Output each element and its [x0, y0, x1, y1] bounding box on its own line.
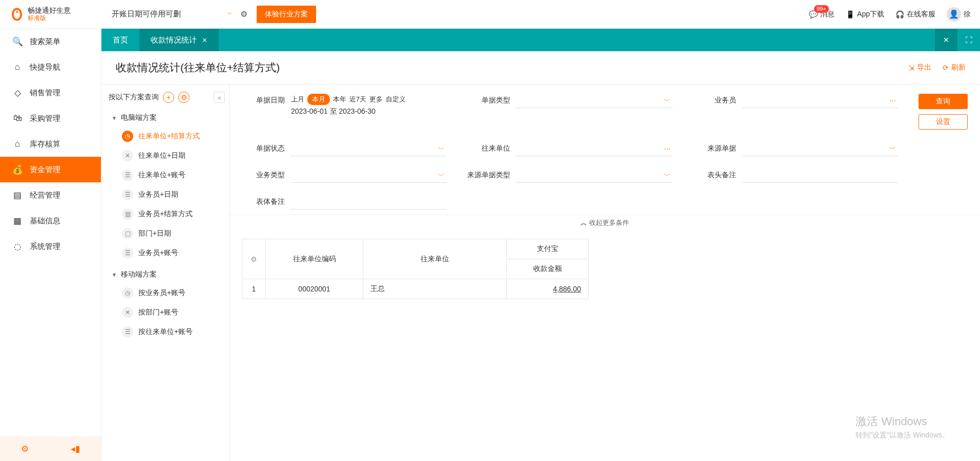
fullscreen-button[interactable]: ⛶: [957, 29, 980, 51]
footer-collapse-icon[interactable]: ◂▮: [71, 444, 80, 454]
header-remark-input[interactable]: [742, 169, 898, 183]
settings-icon[interactable]: ⚙: [240, 9, 247, 19]
scheme-settings-button[interactable]: ⚙: [178, 92, 190, 103]
scheme-item-icon: ☰: [122, 189, 133, 200]
tab-1[interactable]: 收款情况统计✕: [139, 29, 219, 51]
scheme-item-1-0[interactable]: ◷按业务员+账号: [109, 283, 225, 303]
doc-status-select[interactable]: ﹀: [291, 142, 447, 156]
scheme-item-1-2[interactable]: ☰按往来单位+账号: [109, 322, 225, 342]
date-opt[interactable]: 本月: [307, 94, 330, 105]
source-doc-select[interactable]: ﹀: [742, 142, 898, 156]
sidebar: 🔍搜索菜单⌂快捷导航◇销售管理🛍采购管理⌂库存核算💰资金管理▤经营管理▦基础信息…: [0, 29, 101, 461]
messages-badge: 99+: [814, 5, 829, 13]
refresh-button[interactable]: ⟳刷新: [943, 63, 966, 72]
caret-down-icon: ▼: [112, 115, 117, 121]
source-doc-type-select[interactable]: ﹀: [516, 169, 672, 183]
scheme-item-icon: ✕: [122, 307, 133, 318]
date-opt[interactable]: 上月: [291, 95, 304, 104]
amount-cell[interactable]: 4,886.00: [507, 279, 589, 299]
sidebar-icon: 🔍: [12, 36, 23, 47]
support-link[interactable]: 🎧 在线客服: [895, 10, 935, 19]
scheme-group-1[interactable]: ▼移动端方案: [109, 266, 225, 283]
date-opt[interactable]: 更多: [369, 95, 383, 104]
sidebar-label: 资金管理: [30, 165, 60, 175]
scheme-item-icon: ◷: [122, 131, 133, 142]
scheme-item-0-5[interactable]: ▢部门+日期: [109, 224, 225, 243]
scheme-item-0-2[interactable]: ☰往来单位+账号: [109, 165, 225, 185]
date-opt[interactable]: 本年: [333, 95, 346, 104]
sidebar-item-3[interactable]: 🛍采购管理: [0, 106, 101, 131]
salesman-select[interactable]: ⋯: [742, 94, 898, 108]
scheme-item-icon: ▥: [122, 208, 133, 220]
col-code: 往来单位编码: [266, 239, 363, 279]
caret-down-icon: ▼: [112, 272, 117, 278]
table-row[interactable]: 100020001王总4,886.00: [242, 279, 589, 299]
page-title: 收款情况统计(往来单位+结算方式): [116, 60, 280, 75]
export-button[interactable]: ⇲导出: [908, 63, 931, 72]
account-title: 开账日期可停用可删: [112, 9, 181, 19]
sidebar-icon: 🛍: [12, 113, 23, 123]
sidebar-item-8[interactable]: ◌系统管理: [0, 234, 101, 259]
headset-icon: 🎧: [895, 10, 904, 18]
biz-type-select[interactable]: ﹀: [291, 169, 447, 183]
sidebar-label: 基础信息: [30, 216, 60, 226]
scheme-item-icon: ✕: [122, 150, 133, 161]
scheme-item-icon: ☰: [122, 247, 133, 259]
query-button[interactable]: 查询: [919, 94, 968, 109]
sidebar-item-5[interactable]: 💰资金管理: [0, 157, 101, 182]
avatar-icon: 👤: [947, 7, 961, 22]
col-paygroup: 支付宝: [507, 239, 589, 259]
sidebar-item-7[interactable]: ▦基础信息: [0, 208, 101, 234]
doc-type-select[interactable]: ﹀: [516, 94, 672, 108]
scheme-item-1-1[interactable]: ✕按部门+账号: [109, 303, 225, 322]
scheme-item-0-6[interactable]: ☰业务员+账号: [109, 243, 225, 263]
collapse-conditions-button[interactable]: ︽ 收起更多条件: [230, 215, 980, 230]
logo-icon: [9, 7, 25, 22]
industry-scheme-button[interactable]: 体验行业方案: [257, 6, 316, 23]
account-dropdown[interactable]: 开账日期可停用可删 ﹀: [112, 9, 233, 19]
user-menu[interactable]: 👤 徐: [947, 7, 971, 22]
messages-link[interactable]: 💬 消息 99+: [809, 10, 835, 19]
col-amount: 收款金额: [507, 259, 589, 279]
scheme-group-0[interactable]: ▼电脑端方案: [109, 109, 225, 127]
brand-logo: 畅捷通好生意 标准版: [9, 7, 101, 22]
export-icon: ⇲: [908, 64, 914, 72]
svg-point-0: [16, 11, 18, 13]
result-table: ⚙ 往来单位编码 往来单位 支付宝 收款金额 100020001王总4,886.…: [242, 239, 589, 299]
tab-close-icon[interactable]: ✕: [202, 36, 207, 44]
add-scheme-button[interactable]: +: [163, 92, 174, 103]
app-download-link[interactable]: 📱 App下载: [846, 10, 884, 19]
sidebar-label: 系统管理: [30, 242, 60, 252]
sidebar-label: 库存核算: [30, 139, 60, 149]
brand-edition: 标准版: [28, 15, 71, 22]
sidebar-icon: ▦: [12, 216, 23, 226]
sidebar-item-0[interactable]: 🔍搜索菜单: [0, 29, 101, 54]
panel-collapse-button[interactable]: «: [214, 92, 225, 103]
sidebar-icon: ⌂: [12, 62, 23, 72]
body-remark-input[interactable]: [291, 195, 447, 209]
tab-bar: 首页收款情况统计✕ ✕ ⛶: [101, 29, 980, 51]
scheme-item-icon: ◷: [122, 287, 133, 299]
phone-icon: 📱: [846, 10, 854, 18]
date-opt[interactable]: 自定义: [386, 95, 406, 104]
refresh-icon: ⟳: [943, 64, 949, 72]
sidebar-item-4[interactable]: ⌂库存核算: [0, 131, 101, 157]
sidebar-label: 销售管理: [30, 88, 60, 98]
tab-close-all-button[interactable]: ✕: [935, 29, 957, 51]
scheme-item-0-3[interactable]: ☰业务员+日期: [109, 185, 225, 204]
sidebar-item-2[interactable]: ◇销售管理: [0, 80, 101, 106]
table-settings-button[interactable]: ⚙: [242, 239, 266, 279]
brand-name: 畅捷通好生意: [28, 7, 71, 14]
partner-select[interactable]: ⋯: [516, 142, 672, 156]
settings-button[interactable]: 设置: [919, 114, 968, 130]
scheme-item-0-4[interactable]: ▥业务员+结算方式: [109, 204, 225, 224]
sidebar-item-1[interactable]: ⌂快捷导航: [0, 54, 101, 80]
footer-gear-icon[interactable]: ⚙: [21, 444, 29, 454]
sidebar-icon: ◇: [12, 88, 23, 98]
scheme-item-0-0[interactable]: ◷往来单位+结算方式: [109, 127, 225, 146]
sidebar-label: 采购管理: [30, 114, 60, 123]
date-opt[interactable]: 近7天: [349, 95, 366, 104]
sidebar-item-6[interactable]: ▤经营管理: [0, 182, 101, 208]
scheme-item-0-1[interactable]: ✕往来单位+日期: [109, 146, 225, 165]
tab-0[interactable]: 首页: [101, 29, 139, 51]
